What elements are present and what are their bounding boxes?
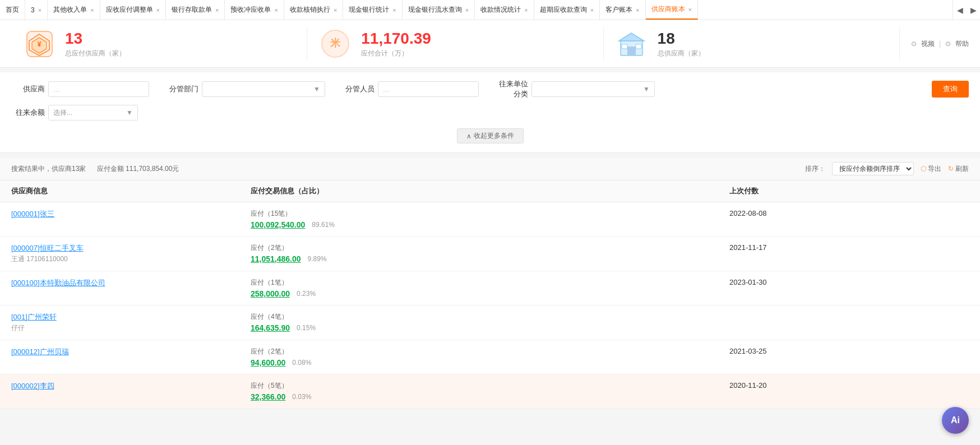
last-payment-0: 2022-08-08: [729, 209, 969, 229]
supplier-link-5[interactable]: [000002]李四: [11, 381, 251, 391]
balance-chevron-icon: ▼: [126, 109, 133, 117]
nav-tab-cash-stats-close[interactable]: ×: [392, 7, 396, 13]
nav-tab-cash-stats[interactable]: 现金银行统计 ×: [343, 0, 402, 20]
payable-amount-0[interactable]: 100,092,540.00: [251, 220, 305, 229]
balance-filter-select[interactable]: 选择... ▼: [48, 105, 138, 120]
nav-tab-bank[interactable]: 银行存取款单 ×: [166, 0, 225, 20]
refresh-button[interactable]: ↻ 刷新: [948, 164, 969, 174]
payable-percent-4: 0.08%: [292, 359, 311, 367]
nav-tab-customer-ledger[interactable]: 客户账本 ×: [600, 0, 645, 20]
nav-tab-bank-close[interactable]: ×: [215, 7, 219, 13]
payable-amount-2[interactable]: 258,000.00: [251, 289, 290, 298]
nav-tab-overdue[interactable]: 超期应收款查询 ×: [534, 0, 600, 20]
supplier-info-1: [000007]恒旺二手叉车 王通 17106110000: [11, 243, 251, 264]
supplier-info-5: [000002]李四: [11, 381, 251, 401]
nav-arrow-right[interactable]: ▶: [967, 0, 980, 20]
payable-percent-1: 9.89%: [308, 255, 327, 263]
payable-info-5: 应付（5笔） 32,366.00 0.03%: [251, 381, 729, 401]
nav-tab-cash-flow-label: 现金银行流水查询: [408, 5, 462, 15]
payable-amount-3[interactable]: 164,635.90: [251, 323, 290, 332]
nav-tab-income-label: 其他收入单: [53, 5, 87, 15]
payable-percent-3: 0.15%: [297, 324, 316, 332]
table-row[interactable]: [000100]本特勤油品有限公司 应付（1笔） 258,000.00 0.23…: [0, 271, 980, 305]
nav-tab-payment-stats-close[interactable]: ×: [524, 7, 528, 13]
table-row[interactable]: [000002]李四 应付（5笔） 32,366.00 0.03% 2020-1…: [0, 374, 980, 409]
nav-tab-income-close[interactable]: ×: [90, 7, 94, 13]
nav-tab-cash-stats-label: 现金银行统计: [349, 5, 389, 15]
supplier-link-3[interactable]: [001]广州荣轩: [11, 312, 251, 322]
table-row[interactable]: [001]广州荣轩 仔仔 应付（4笔） 164,635.90 0.15%: [0, 305, 980, 340]
payable-row-2: 258,000.00 0.23%: [251, 289, 729, 298]
nav-tab-home[interactable]: 首页: [0, 0, 25, 20]
last-payment-1: 2021-11-17: [729, 243, 969, 264]
table-row[interactable]: [000012]广州贝瑞 应付（2笔） 94,600.00 0.08% 2021…: [0, 340, 980, 374]
nav-tab-adjustments[interactable]: 应收应付调整单 ×: [100, 0, 166, 20]
supplier-link-4[interactable]: [000012]广州贝瑞: [11, 347, 251, 357]
last-payment-4: 2021-03-25: [729, 347, 969, 367]
nav-tab-3[interactable]: 3 ×: [25, 0, 48, 20]
nav-tab-income[interactable]: 其他收入单 ×: [48, 0, 100, 20]
supplier-filter-label: 供应商: [11, 84, 45, 94]
nav-tab-customer-ledger-label: 客户账本: [605, 5, 632, 15]
supplier-sub-1: 王通 17106110000: [11, 254, 251, 264]
data-table: 供应商信息 应付交易信息（占比） 上次付数 [000001]张三 应付（15笔）…: [0, 180, 980, 409]
export-button[interactable]: ⬡ 导出: [921, 164, 941, 174]
category-filter-label: 往来单位分类: [494, 79, 528, 99]
payable-count-5: 应付（5笔）: [251, 381, 729, 391]
card-content-total-suppliers: 18 总供应商（家）: [658, 29, 705, 59]
payable-amount-5[interactable]: 32,366.00: [251, 392, 285, 401]
person-placeholder: ...: [383, 85, 390, 94]
total-payable-suppliers-number: 13: [65, 29, 126, 48]
payable-count-2: 应付（1笔）: [251, 278, 729, 288]
payable-amount-4[interactable]: 94,600.00: [251, 358, 285, 367]
header-col1: 供应商信息: [11, 186, 251, 196]
table-row[interactable]: [000001]张三 应付（15笔） 100,092,540.00 89.61%…: [0, 202, 980, 237]
supplier-link-1[interactable]: [000007]恒旺二手叉车: [11, 243, 251, 253]
nav-tab-adjustments-close[interactable]: ×: [156, 7, 160, 13]
payable-percent-5: 0.03%: [292, 393, 311, 401]
summary-card-suppliers: ¥ 13 总应付供应商（家）: [11, 27, 307, 61]
result-summary: 搜索结果中，供应商13家 应付金额 111,703,854.00元: [11, 164, 179, 174]
supplier-link-2[interactable]: [000100]本特勤油品有限公司: [11, 278, 251, 288]
payable-info-2: 应付（1笔） 258,000.00 0.23%: [251, 278, 729, 298]
person-filter-input[interactable]: ...: [378, 81, 479, 97]
header-col2: 应付交易信息（占比）: [251, 186, 729, 196]
nav-tab-customer-ledger-close[interactable]: ×: [636, 7, 639, 13]
nav-tab-cash-flow-close[interactable]: ×: [465, 7, 469, 13]
payable-info-0: 应付（15笔） 100,092,540.00 89.61%: [251, 209, 729, 229]
summary-card-total-suppliers: 18 总供应商（家）: [604, 27, 900, 61]
nav-tab-bank-label: 银行存取款单: [172, 5, 212, 15]
help-link[interactable]: 帮助: [955, 39, 969, 49]
total-payable-amount-number: 11,170.39: [361, 29, 431, 48]
collapse-button[interactable]: ∧ 收起更多条件: [457, 128, 524, 143]
supplier-info-3: [001]广州荣轩 仔仔: [11, 312, 251, 333]
payable-count-3: 应付（4笔）: [251, 312, 729, 322]
nav-tab-3-close[interactable]: ×: [38, 7, 41, 13]
nav-tab-prepay[interactable]: 预收冲应收单 ×: [225, 0, 284, 20]
nav-tab-payment-stats[interactable]: 收款情况统计 ×: [475, 0, 534, 20]
table-row[interactable]: [000007]恒旺二手叉车 王通 17106110000 应付（2笔） 11,…: [0, 237, 980, 271]
nav-tab-collection[interactable]: 收款核销执行 ×: [284, 0, 343, 20]
dept-filter-select[interactable]: ▼: [202, 81, 325, 97]
payable-row-4: 94,600.00 0.08%: [251, 358, 729, 367]
nav-tab-cash-flow[interactable]: 现金银行流水查询 ×: [403, 0, 475, 20]
nav-tab-supplier-ledger[interactable]: 供应商账本 ×: [646, 0, 698, 20]
svg-rect-9: [622, 44, 627, 49]
nav-tab-overdue-close[interactable]: ×: [590, 7, 594, 13]
video-link[interactable]: 视频: [921, 39, 935, 49]
payable-amount-1[interactable]: 11,051,486.00: [251, 254, 301, 263]
nav-tab-supplier-ledger-close[interactable]: ×: [688, 6, 692, 13]
nav-arrow-left[interactable]: ◀: [953, 0, 967, 20]
nav-tab-prepay-close[interactable]: ×: [274, 7, 278, 13]
supplier-filter-input[interactable]: ...: [48, 81, 149, 97]
supplier-link-0[interactable]: [000001]张三: [11, 209, 251, 219]
query-button[interactable]: 查询: [932, 81, 969, 98]
total-suppliers-label: 总供应商（家）: [658, 49, 705, 58]
filter-row-1: 供应商 ... 分管部门 ▼ 分管人员 ... 往来单位分类 ▼ 查询: [11, 79, 969, 99]
category-filter-select[interactable]: ▼: [531, 81, 655, 97]
nav-tab-home-label: 首页: [6, 5, 19, 15]
filter-item-person: 分管人员 ...: [341, 81, 479, 97]
sort-select[interactable]: 按应付余额倒序排序: [832, 162, 914, 175]
nav-tab-collection-close[interactable]: ×: [334, 7, 337, 13]
svg-text:米: 米: [330, 38, 341, 49]
